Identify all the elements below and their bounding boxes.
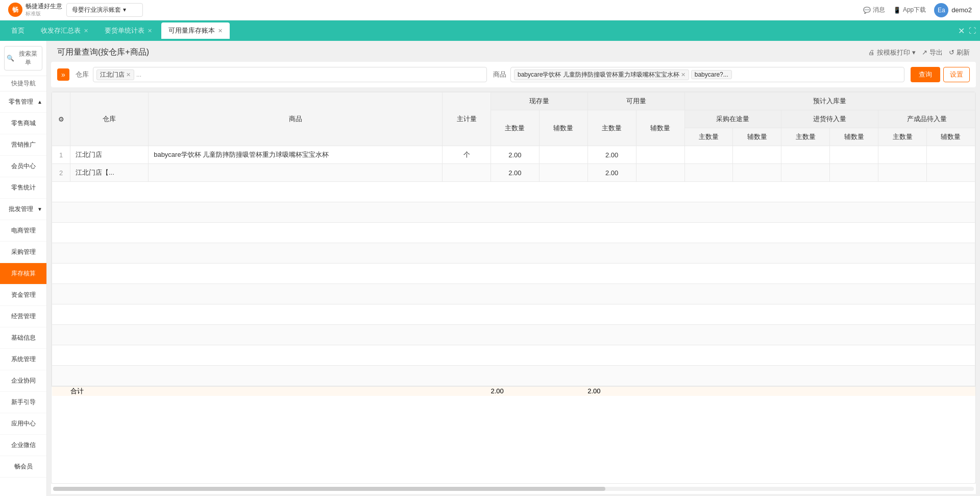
sidebar-item-finance-mgmt[interactable]: 资金管理 [0, 285, 46, 306]
empty-row [52, 223, 975, 243]
logo-icon: 畅 [8, 3, 22, 17]
sidebar-item-wholesale-mgmt[interactable]: 批发管理 ▼ [0, 199, 46, 220]
tab-order-stats[interactable]: 要货单统计表 ✕ [97, 22, 159, 39]
product-filter-group: 商品 babycare学饮杯 儿童防摔防撞吸管杯重力球吸嘴杯宝宝水杯 ✕ bab… [493, 67, 904, 82]
stock-main-header: 主数量 [491, 110, 539, 146]
app-download-label: App下载 [903, 6, 926, 14]
filter-expand-btn[interactable]: » [57, 68, 69, 81]
tab-home[interactable]: 首页 [4, 22, 32, 39]
tab-available-stock[interactable]: 可用量库存账本 ✕ [161, 22, 230, 39]
sidebar-item-vip-member[interactable]: 畅会员 [0, 456, 46, 478]
user-profile[interactable]: Ea demo2 [934, 3, 972, 17]
sidebar-item-new-guide[interactable]: 新手引导 [0, 392, 46, 413]
empty-row [52, 304, 975, 325]
warehouse-filter-tags[interactable]: 江北门店 ✕ ... [93, 67, 487, 82]
system-mgmt-label: 系统管理 [4, 355, 42, 364]
nav-expand-button[interactable]: ⛶ [969, 27, 976, 35]
sidebar-item-app-center[interactable]: 应用中心 [0, 413, 46, 435]
total-finished-aux [926, 386, 975, 396]
query-button[interactable]: 查询 [911, 67, 940, 82]
print-dropdown-icon: ▾ [912, 49, 916, 56]
total-purchase-main [684, 386, 733, 396]
user-name: demo2 [951, 6, 972, 14]
scrollbar-track[interactable] [53, 487, 974, 491]
row-inbound-main-1 [781, 146, 830, 164]
tab-receive-pay-close[interactable]: ✕ [84, 28, 88, 34]
top-bar-right: 💬 消息 📱 App下载 Ea demo2 [863, 3, 972, 17]
nav-tabs-right: ✕ ⛶ [958, 26, 976, 36]
sidebar-item-ecommerce-mgmt[interactable]: 电商管理 [0, 220, 46, 242]
sidebar-item-enterprise-wechat[interactable]: 企业微信 [0, 435, 46, 456]
tab-receive-pay-label: 收发存汇总表 [41, 26, 81, 35]
logo-area: 畅 畅捷通好生意 标准版 [8, 3, 62, 17]
template-print-btn[interactable]: 🖨 按模板打印 ▾ [868, 48, 916, 57]
sidebar-item-retail-stats[interactable]: 零售统计 [0, 177, 46, 199]
sidebar-item-basic-info[interactable]: 基础信息 [0, 327, 46, 349]
sidebar-item-inventory-check[interactable]: 库存核算 [0, 263, 46, 285]
tab-available-stock-close[interactable]: ✕ [218, 28, 223, 34]
available-group-header: 可用量 [587, 92, 684, 110]
quick-nav-btn[interactable]: 快捷导航 [0, 76, 46, 91]
purchase-in-transit-header: 采购在途量 [684, 110, 781, 128]
warehouse-tag-close[interactable]: ✕ [126, 72, 131, 78]
row-avail-aux-2 [636, 164, 684, 182]
filter-area: » 仓库 江北门店 ✕ ... 商品 babycare学饮杯 儿童防摔防撞吸管杯… [51, 62, 976, 87]
sidebar-item-purchase-mgmt[interactable]: 采购管理 [0, 242, 46, 263]
row-unit-2 [443, 164, 491, 182]
empty-row [52, 366, 975, 386]
sidebar-item-enterprise-collab[interactable]: 企业协同 [0, 370, 46, 392]
top-bar-left: 畅 畅捷通好生意 标准版 母婴行业演示账套 ▾ [8, 3, 143, 17]
warehouse-filter-more[interactable]: ... [136, 71, 141, 78]
total-purchase-aux [733, 386, 781, 396]
sidebar-search-area: 🔍 搜索菜单 [0, 41, 46, 76]
sidebar-item-system-mgmt[interactable]: 系统管理 [0, 349, 46, 370]
avatar: Ea [934, 3, 948, 17]
empty-row [52, 202, 975, 223]
total-label: 合计 [70, 386, 149, 396]
total-label-cell [52, 386, 70, 396]
tab-order-stats-label: 要货单统计表 [105, 26, 144, 35]
message-label: 消息 [873, 6, 885, 14]
app-download-btn[interactable]: 📱 App下载 [893, 6, 926, 14]
product-tag-close[interactable]: ✕ [681, 72, 685, 78]
nav-close-button[interactable]: ✕ [958, 26, 965, 36]
retail-mgmt-label: 零售管理 [4, 98, 37, 106]
table-row: 1 江北门店 babycare学饮杯 儿童防摔防撞吸管杯重力球吸嘴杯宝宝水杯 个… [52, 146, 975, 164]
quick-nav-label: 快捷导航 [11, 80, 36, 87]
retail-mgmt-arrow: ▲ [37, 99, 42, 105]
sidebar-item-retail-mall[interactable]: 零售商城 [0, 113, 46, 134]
sidebar-item-marketing[interactable]: 营销推广 [0, 134, 46, 156]
avail-aux-header: 辅数量 [636, 110, 684, 146]
tab-available-stock-label: 可用量库存账本 [168, 26, 215, 35]
product-filter-label: 商品 [493, 70, 506, 79]
industry-selector[interactable]: 母婴行业演示账套 ▾ [66, 3, 143, 17]
wholesale-mgmt-label: 批发管理 [4, 205, 37, 214]
tab-order-stats-close[interactable]: ✕ [148, 28, 152, 34]
sidebar-item-retail-mgmt[interactable]: 零售管理 ▲ [0, 91, 46, 113]
tab-receive-pay[interactable]: 收发存汇总表 ✕ [34, 22, 95, 39]
row-stock-main-1: 2.00 [491, 146, 539, 164]
export-btn[interactable]: ↗ 导出 [922, 48, 943, 57]
enterprise-collab-label: 企业协同 [4, 376, 42, 385]
product-tag-text: babycare学饮杯 儿童防摔防撞吸管杯重力球吸嘴杯宝宝水杯 [518, 70, 679, 79]
message-btn[interactable]: 💬 消息 [863, 6, 885, 14]
stock-aux-header: 辅数量 [539, 110, 587, 146]
wholesale-mgmt-arrow: ▼ [37, 206, 42, 212]
settings-button[interactable]: 设置 [943, 67, 970, 82]
product-filter-tags[interactable]: babycare学饮杯 儿童防摔防撞吸管杯重力球吸嘴杯宝宝水杯 ✕ babyca… [510, 67, 904, 82]
enterprise-wechat-label: 企业微信 [4, 441, 42, 450]
total-stock-aux [539, 386, 587, 396]
logo-text-block: 畅捷通好生意 标准版 [26, 3, 62, 17]
sidebar-item-operations-mgmt[interactable]: 经营管理 [0, 306, 46, 327]
avail-main-header: 主数量 [587, 110, 636, 146]
refresh-btn[interactable]: ↺ 刷新 [949, 48, 970, 57]
data-table: ⚙ 仓库 商品 主计量 现存量 可用量 预计入库量 主数量 辅数量 主数量 辅数… [52, 92, 975, 396]
scrollbar-thumb[interactable] [53, 487, 605, 491]
row-avail-main-2: 2.00 [587, 164, 636, 182]
search-menu-btn[interactable]: 🔍 搜索菜单 [4, 46, 42, 70]
total-stock-main: 2.00 [491, 386, 539, 396]
row-finished-main-2 [878, 164, 927, 182]
refresh-label: 刷新 [957, 48, 970, 57]
sidebar-item-member-center[interactable]: 会员中心 [0, 156, 46, 177]
gear-column-header[interactable]: ⚙ [52, 92, 70, 146]
